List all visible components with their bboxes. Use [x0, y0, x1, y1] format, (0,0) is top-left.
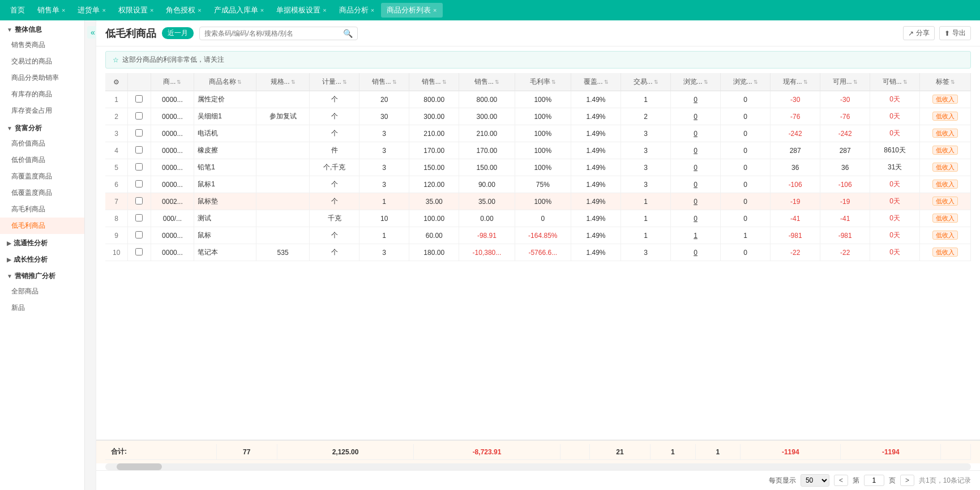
nav-item-analysis-list[interactable]: 商品分析列表× — [381, 3, 442, 18]
row-select-checkbox[interactable] — [135, 197, 143, 204]
horizontal-scrollbar[interactable] — [105, 463, 971, 470]
row-checkbox[interactable] — [128, 159, 151, 176]
sort-icon[interactable]: ⇅ — [853, 79, 858, 85]
row-checkbox[interactable] — [128, 108, 151, 125]
sidebar-group-marketing[interactable]: ▼营销推广分析 — [0, 267, 84, 283]
sidebar-item-high-profit[interactable]: 高毛利商品 — [0, 201, 84, 218]
browse-link[interactable]: 0 — [694, 181, 697, 189]
sidebar-item-sales-goods[interactable]: 销售类商品 — [0, 37, 84, 53]
browse-link[interactable]: 0 — [694, 164, 697, 172]
row-checkbox[interactable] — [128, 193, 151, 210]
col-header-sales-qty[interactable]: 销售...⇅ — [360, 73, 409, 91]
row-browse1[interactable]: 0 — [671, 244, 721, 261]
scrollbar-thumb[interactable] — [117, 463, 162, 470]
browse-link[interactable]: 0 — [694, 147, 697, 155]
sort-icon[interactable]: ⇅ — [177, 79, 181, 85]
sidebar-item-high-coverage[interactable]: 高覆盖度商品 — [0, 168, 84, 185]
nav-close-products[interactable]: × — [260, 7, 264, 14]
nav-item-permissions[interactable]: 权限设置× — [113, 3, 159, 18]
col-header-gross-rate[interactable]: 毛利率⇅ — [515, 73, 571, 91]
sort-icon[interactable]: ⇅ — [704, 79, 708, 85]
col-header-available[interactable]: 可用...⇅ — [820, 73, 870, 91]
browse-link[interactable]: 0 — [694, 198, 697, 206]
sidebar-item-category-sales[interactable]: 商品分类助销率 — [0, 70, 84, 86]
sidebar-item-high-value[interactable]: 高价值商品 — [0, 135, 84, 152]
nav-close-analysis[interactable]: × — [371, 7, 374, 14]
col-header-browse2[interactable]: 浏览...⇅ — [721, 73, 771, 91]
col-header-tag[interactable]: 标签⇅ — [920, 73, 971, 91]
row-checkbox[interactable] — [128, 142, 151, 159]
sidebar-group-richpoor[interactable]: ▼贫富分析 — [0, 119, 84, 135]
col-header-coverage[interactable]: 覆盖...⇅ — [571, 73, 621, 91]
row-select-checkbox[interactable] — [135, 180, 143, 188]
col-header-sales-gross[interactable]: 销售...⇅ — [459, 73, 515, 91]
nav-close-template[interactable]: × — [323, 7, 326, 14]
row-select-checkbox[interactable] — [135, 129, 143, 137]
share-button[interactable]: ↗ 分享 — [903, 26, 935, 40]
table-container[interactable]: ⚙商...⇅商品名称⇅规格...⇅计量...⇅销售...⇅销售...⇅销售...… — [96, 73, 980, 440]
browse-link[interactable]: 0 — [694, 96, 697, 104]
sort-icon[interactable]: ⇅ — [442, 79, 447, 85]
row-checkbox[interactable] — [128, 125, 151, 142]
browse-link[interactable]: 0 — [694, 113, 697, 121]
row-browse1[interactable]: 0 — [671, 108, 721, 125]
nav-item-roles[interactable]: 角色授权× — [160, 3, 207, 18]
sort-icon[interactable]: ⇅ — [237, 79, 242, 85]
col-header-code[interactable]: 商...⇅ — [151, 73, 194, 91]
sort-icon[interactable]: ⇅ — [754, 79, 758, 85]
row-select-checkbox[interactable] — [135, 95, 143, 103]
per-page-select[interactable]: 50 20 100 — [801, 474, 829, 487]
col-header-sales-price[interactable]: 销售...⇅ — [409, 73, 459, 91]
sort-icon[interactable]: ⇅ — [291, 79, 296, 85]
row-browse1[interactable]: 0 — [671, 159, 721, 176]
sort-icon[interactable]: ⇅ — [551, 79, 556, 85]
sidebar-group-growth[interactable]: ▶成长性分析 — [0, 250, 84, 267]
row-browse1[interactable]: 0 — [671, 176, 721, 193]
sort-icon[interactable]: ⇅ — [495, 79, 499, 85]
nav-item-template[interactable]: 单据模板设置× — [271, 3, 332, 18]
col-header-name[interactable]: 商品名称⇅ — [194, 73, 256, 91]
row-browse1[interactable]: 0 — [671, 142, 721, 159]
sort-icon[interactable]: ⇅ — [604, 79, 609, 85]
row-checkbox[interactable] — [128, 227, 151, 244]
nav-close-roles[interactable]: × — [198, 7, 201, 14]
sort-icon[interactable]: ⇅ — [392, 79, 397, 85]
nav-item-home[interactable]: 首页 — [5, 3, 31, 18]
row-browse1[interactable]: 0 — [671, 125, 721, 142]
search-input[interactable] — [204, 29, 343, 37]
col-header-unit[interactable]: 计量...⇅ — [310, 73, 360, 91]
col-header-sellable[interactable]: 可销...⇅ — [870, 73, 920, 91]
nav-close-sales[interactable]: × — [62, 7, 65, 14]
sidebar-group-flow[interactable]: ▶流通性分析 — [0, 234, 84, 250]
row-checkbox[interactable] — [128, 176, 151, 193]
nav-item-sales[interactable]: 销售单× — [32, 3, 71, 18]
nav-close-purchase[interactable]: × — [102, 7, 105, 14]
col-header-spec[interactable]: 规格...⇅ — [256, 73, 309, 91]
row-select-checkbox[interactable] — [135, 231, 143, 238]
sidebar-group-overall[interactable]: ▼整体信息 — [0, 20, 84, 37]
time-tag-button[interactable]: 近一月 — [162, 27, 194, 39]
row-select-checkbox[interactable] — [135, 163, 143, 171]
row-select-checkbox[interactable] — [135, 112, 143, 120]
sidebar-item-new-goods[interactable]: 新品 — [0, 300, 84, 316]
nav-item-purchase[interactable]: 进货单× — [72, 3, 111, 18]
sidebar-item-traded-goods[interactable]: 交易过的商品 — [0, 53, 84, 70]
col-header-browse1[interactable]: 浏览...⇅ — [671, 73, 721, 91]
browse-link[interactable]: 0 — [694, 249, 697, 257]
row-select-checkbox[interactable] — [135, 146, 143, 154]
row-checkbox[interactable] — [128, 91, 151, 108]
nav-item-analysis[interactable]: 商品分析× — [333, 3, 380, 18]
browse-link[interactable]: 1 — [694, 232, 697, 240]
sort-icon[interactable]: ⇅ — [654, 79, 658, 85]
search-icon[interactable]: 🔍 — [343, 29, 353, 38]
sidebar-item-low-value[interactable]: 低价值商品 — [0, 152, 84, 168]
col-header-trade[interactable]: 交易...⇅ — [621, 73, 671, 91]
sort-icon[interactable]: ⇅ — [951, 79, 955, 85]
row-browse1[interactable]: 0 — [671, 210, 721, 227]
nav-close-permissions[interactable]: × — [150, 7, 153, 14]
row-select-checkbox[interactable] — [135, 214, 143, 221]
prev-page-button[interactable]: < — [834, 475, 848, 486]
sort-icon[interactable]: ⇅ — [343, 79, 347, 85]
row-browse1[interactable]: 0 — [671, 193, 721, 210]
next-page-button[interactable]: > — [900, 475, 914, 486]
